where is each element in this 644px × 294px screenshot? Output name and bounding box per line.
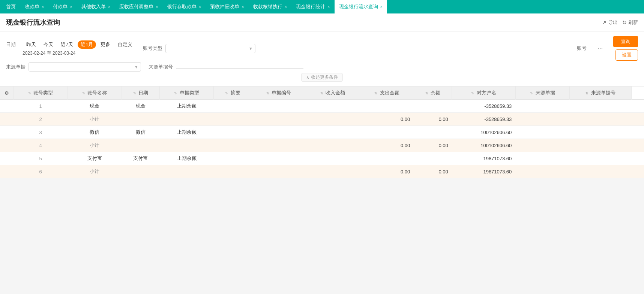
cell-num: 2 [14, 113, 68, 126]
cell-summary [252, 152, 306, 165]
source-doc-num-input[interactable] [176, 65, 303, 69]
account-type-label: 账号类型 [143, 45, 162, 52]
source-doc-section: 来源单据 ▾ [6, 62, 141, 72]
cell-source-doc [569, 139, 632, 152]
data-table: ⚙ ⇅ 账号类型 ⇅ 账号名称 ⇅ 日期 ⇅ 单据类型 [0, 87, 644, 178]
nav-other-income[interactable]: 其他收入单 × [77, 0, 115, 13]
col-balance[interactable]: ⇅ 余额 [414, 87, 452, 100]
cell-gear [0, 139, 14, 152]
date-btn-more[interactable]: 更多 [98, 40, 113, 49]
nav-bank-stats[interactable]: 现金银行统计 × [291, 0, 334, 13]
actions-col: 查询 设置 [613, 36, 638, 61]
source-doc-select[interactable]: ▾ [29, 62, 141, 72]
nav-collection[interactable]: 收款核销执行 × [249, 0, 291, 13]
nav-home[interactable]: 首页 [2, 0, 20, 13]
close-icon[interactable]: × [285, 4, 287, 9]
nav-receipt[interactable]: 收款单 × [20, 0, 48, 13]
col-gear[interactable]: ⚙ [0, 87, 14, 100]
cell-source-doc-no [632, 139, 644, 152]
cell-account-type: 小计 [68, 139, 122, 152]
close-icon[interactable]: × [70, 4, 72, 9]
close-icon[interactable]: × [380, 4, 383, 9]
cell-doc-no [306, 139, 360, 152]
col-doc-no[interactable]: ⇅ 单据编号 [252, 87, 306, 100]
close-icon[interactable]: × [108, 4, 110, 9]
cell-balance: 19871073.60 [452, 165, 516, 178]
cell-gear [0, 113, 14, 126]
nav-payment[interactable]: 付款单 × [48, 0, 77, 13]
table-row: 1现金现金上期余额-3528659.33 [0, 100, 644, 113]
nav-bank-deposit[interactable]: 银行存取款单 × [163, 0, 206, 13]
cell-source-doc [569, 165, 632, 178]
cell-date: 上期余额 [160, 152, 214, 165]
header-actions: ↗ 导出 ↻ 刷新 [602, 19, 638, 26]
cell-balance: 100102606.60 [452, 139, 516, 152]
cell-source-doc-no [632, 152, 644, 165]
col-doc-type[interactable]: ⇅ 单据类型 [160, 87, 214, 100]
table-row: 3微信微信上期余额100102606.60 [0, 126, 644, 139]
sort-icon: ⇅ [266, 91, 269, 95]
cell-source-doc-no [632, 113, 644, 126]
col-income[interactable]: ⇅ 收入金额 [306, 87, 360, 100]
date-btn-1month[interactable]: 近1月 [78, 40, 96, 49]
cell-account-type: 支付宝 [68, 152, 122, 165]
col-account-type[interactable]: ⇅ 账号类型 [14, 87, 68, 100]
cell-doc-no [306, 113, 360, 126]
close-icon[interactable]: × [156, 4, 158, 9]
cell-account-type: 小计 [68, 165, 122, 178]
filter-row-1: 日期 昨天 今天 近7天 近1月 更多 自定义 2023-02-24 至 202… [6, 36, 638, 61]
cell-doc-type [214, 100, 252, 113]
close-icon[interactable]: × [199, 4, 201, 9]
nav-prepaid[interactable]: 预收冲应收单 × [206, 0, 248, 13]
nav-bank-flow[interactable]: 现金银行流水查询 × [335, 0, 387, 13]
date-btn-custom[interactable]: 自定义 [115, 40, 135, 49]
export-button[interactable]: ↗ 导出 [602, 19, 618, 26]
source-doc-label: 来源单据 [6, 64, 26, 70]
sort-icon: ⇅ [320, 91, 323, 95]
chevron-down-icon: ▾ [135, 64, 138, 70]
col-counterpart[interactable]: ⇅ 对方户名 [452, 87, 516, 100]
settings-button[interactable]: 设置 [615, 49, 638, 61]
col-account-name[interactable]: ⇅ 账号名称 [68, 87, 122, 100]
cell-gear [0, 152, 14, 165]
cell-doc-no [306, 152, 360, 165]
cell-source-doc [569, 152, 632, 165]
cell-doc-type [214, 126, 252, 139]
account-type-select[interactable]: ▾ [165, 44, 255, 53]
page-header: 现金银行流水查询 ↗ 导出 ↻ 刷新 [0, 13, 644, 31]
cell-summary [252, 139, 306, 152]
close-icon[interactable]: × [42, 4, 44, 9]
cell-source-doc-no [632, 100, 644, 113]
cell-balance: 100102606.60 [452, 126, 516, 139]
col-date[interactable]: ⇅ 日期 [122, 87, 159, 100]
account-label: 账号 [577, 45, 592, 52]
cell-summary [252, 165, 306, 178]
col-source-doc[interactable]: ⇅ 来源单据 [515, 87, 569, 100]
collapse-button[interactable]: ∧ 收起更多条件 [301, 73, 343, 82]
collapse-icon: ∧ [306, 75, 309, 80]
filter-area: 日期 昨天 今天 近7天 近1月 更多 自定义 2023-02-24 至 202… [0, 31, 644, 87]
cell-date [160, 139, 214, 152]
refresh-button[interactable]: ↻ 刷新 [622, 19, 638, 26]
col-summary[interactable]: ⇅ 摘要 [214, 87, 252, 100]
cell-account-name: 现金 [122, 100, 159, 113]
page-title: 现金银行流水查询 [6, 18, 60, 27]
query-button[interactable]: 查询 [613, 36, 638, 47]
close-icon[interactable]: × [327, 4, 330, 9]
cell-expense [414, 152, 452, 165]
account-ellipsis-btn[interactable]: ··· [595, 43, 606, 53]
date-btn-yesterday[interactable]: 昨天 [23, 40, 39, 49]
account-type-section: 账号类型 ▾ [143, 44, 569, 53]
col-expense[interactable]: ⇅ 支出金额 [360, 87, 414, 100]
nav-adjustment[interactable]: 应收应付调整单 × [115, 0, 162, 13]
col-source-doc-no[interactable]: ⇅ 来源单据号 [569, 87, 632, 100]
close-icon[interactable]: × [242, 4, 244, 9]
cell-date: 上期余额 [160, 100, 214, 113]
cell-gear [0, 100, 14, 113]
date-label: 日期 [6, 41, 21, 48]
date-btn-7days[interactable]: 近7天 [58, 40, 76, 49]
account-section: 账号 ··· [577, 43, 606, 53]
collapse-bar: ∧ 收起更多条件 [6, 72, 638, 82]
date-btn-today[interactable]: 今天 [41, 40, 56, 49]
table-container: ⚙ ⇅ 账号类型 ⇅ 账号名称 ⇅ 日期 ⇅ 单据类型 [0, 87, 644, 178]
